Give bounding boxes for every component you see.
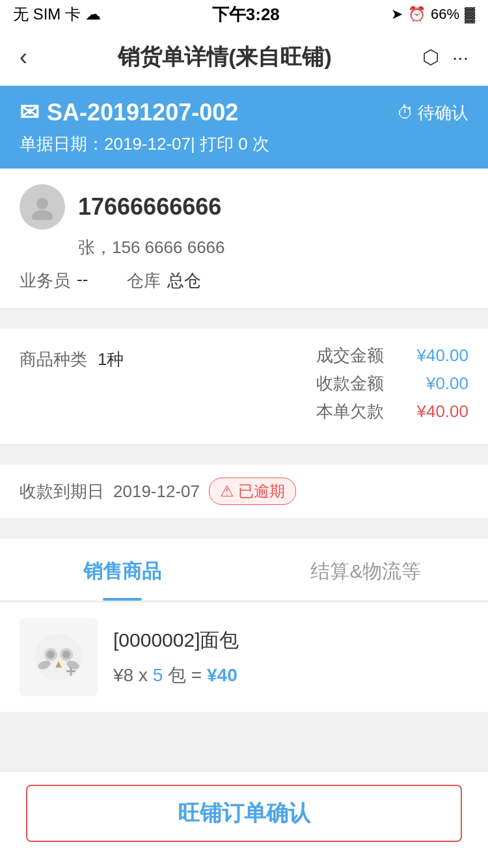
order-icon: ✉ [20,99,39,126]
alarm-icon: ⏰ [408,6,426,23]
status-clock-icon: ⏱ [397,103,414,123]
section-divider-3 [0,528,488,539]
customer-section: 17666666666 张，156 6666 6666 业务员 -- 仓库 总仓 [0,169,488,308]
product-types: 商品种类 1种 [20,344,124,371]
customer-meta: 业务员 -- 仓库 总仓 [20,269,468,292]
due-date-value: 2019-12-07 [113,481,200,502]
battery-status: 66% [431,6,459,23]
confirm-order-button[interactable]: 旺铺订单确认 [26,785,462,842]
section-divider-1 [0,318,488,329]
amounts-right: 成交金额 ¥40.00 收款金额 ¥0.00 本单欠款 ¥40.00 [316,344,468,428]
status-bar: 无 SIM 卡 ☁ 下午3:28 ➤ ⏰ 66% ▓ [0,0,488,29]
product-thumbnail [20,618,98,696]
product-info: [0000002]面包 ¥8 x 5 包 = ¥40 [113,627,468,688]
order-date: 单据日期：2019-12-07| 打印 0 次 [20,133,468,156]
product-unit: 包 [168,665,186,685]
price-separator-1: x [139,665,153,685]
received-label: 收款金额 [316,372,384,395]
due-date-label: 收款到期日 [20,480,104,503]
svg-point-1 [32,210,53,220]
svg-point-5 [47,651,55,658]
due-date-section: 收款到期日 2019-12-07 ⚠ 已逾期 [0,465,488,518]
order-id: ✉ SA-20191207-002 [20,99,238,126]
page-title: 销货单详情(来自旺铺) [118,42,332,72]
product-list: [0000002]面包 ¥8 x 5 包 = ¥40 [0,603,488,712]
nav-actions: ⬡ ··· [422,46,468,68]
overdue-icon: ⚠ [220,482,234,500]
overdue-badge: ⚠ 已逾期 [209,478,296,505]
order-header: ✉ SA-20191207-002 ⏱ 待确认 单据日期：2019-12-07|… [0,86,488,169]
tab-settlement[interactable]: 结算&物流等 [244,539,488,601]
status-left: 无 SIM 卡 ☁ [13,4,101,25]
staff-info: 业务员 -- [20,269,88,292]
warehouse-info: 仓库 总仓 [127,269,201,292]
avatar [20,184,65,230]
status-right: ➤ ⏰ 66% ▓ [391,6,475,23]
product-name: [0000002]面包 [113,627,468,654]
staff-label: 业务员 [20,269,70,292]
location-icon: ➤ [391,6,403,23]
staff-value: -- [77,269,88,292]
transaction-row: 成交金额 ¥40.00 [316,344,468,367]
product-price-row: ¥8 x 5 包 = ¥40 [113,663,468,688]
svg-point-2 [35,634,82,681]
overdue-text: 已逾期 [238,481,285,502]
battery-icon: ▓ [465,6,475,23]
transaction-value: ¥40.00 [397,346,468,366]
section-divider-2 [0,454,488,465]
share-button[interactable]: ⬡ [422,46,439,68]
more-button[interactable]: ··· [452,46,468,68]
transaction-label: 成交金额 [316,344,384,367]
back-button[interactable]: ‹ [20,44,27,71]
warehouse-value: 总仓 [167,269,201,292]
svg-point-0 [36,198,48,210]
tab-products[interactable]: 销售商品 [0,539,244,601]
received-row: 收款金额 ¥0.00 [316,372,468,395]
product-types-label: 商品种类 [20,348,87,371]
status-time: 下午3:28 [212,3,280,26]
product-types-value: 1种 [98,348,124,371]
product-price: ¥8 [113,665,133,685]
order-status: ⏱ 待确认 [397,102,468,124]
warehouse-label: 仓库 [127,269,161,292]
owed-label: 本单欠款 [316,400,384,423]
svg-rect-11 [70,667,72,676]
owed-value: ¥40.00 [397,401,468,422]
svg-point-6 [62,651,70,658]
customer-phone: 17666666666 [78,193,221,221]
bottom-bar: 旺铺订单确认 [0,771,488,868]
nav-bar: ‹ 销货单详情(来自旺铺) ⬡ ··· [0,29,488,86]
customer-name: 张，156 6666 6666 [78,236,468,259]
price-separator-2: = [191,665,207,685]
product-total: ¥40 [207,665,237,685]
tabs-section: 销售商品 结算&物流等 [0,539,488,601]
product-quantity: 5 [153,665,163,685]
sim-status: 无 SIM 卡 ☁ [13,4,101,25]
product-item: [0000002]面包 ¥8 x 5 包 = ¥40 [0,603,488,712]
amount-section: 商品种类 1种 成交金额 ¥40.00 收款金额 ¥0.00 本单欠款 ¥40.… [0,329,488,444]
owed-row: 本单欠款 ¥40.00 [316,400,468,423]
received-value: ¥0.00 [397,373,468,394]
